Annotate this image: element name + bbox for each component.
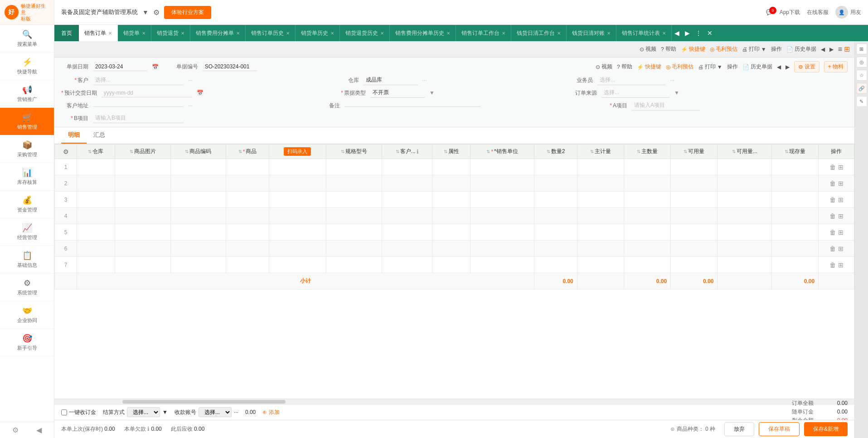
- col-available[interactable]: ⇅可用量: [671, 144, 718, 159]
- col-attribute[interactable]: ⇅属性: [432, 144, 470, 159]
- tab-close-icon[interactable]: ✕: [236, 31, 240, 36]
- horizontal-scrollbar[interactable]: [54, 399, 854, 404]
- col-customer[interactable]: ⇅客户...ℹ: [382, 144, 432, 159]
- sidebar-item-management[interactable]: 📈 经营管理: [0, 218, 54, 246]
- header-settings-icon[interactable]: ⚙: [153, 8, 160, 17]
- tab-sales-fee[interactable]: 销售费用分摊单 ✕: [190, 25, 246, 41]
- address-more-icon[interactable]: ···: [188, 102, 193, 109]
- customer-more-icon[interactable]: ···: [188, 77, 193, 83]
- order-source-input[interactable]: 选择...: [601, 88, 669, 98]
- sidebar-item-sales[interactable]: 🛒 销售管理: [0, 108, 54, 135]
- tab-close-icon[interactable]: ✕: [502, 31, 505, 36]
- video-btn[interactable]: ⊙ 视频: [640, 45, 656, 53]
- sidebar-item-finance[interactable]: 💰 资金管理: [0, 191, 54, 218]
- settings-btn[interactable]: ⚙ 设置: [794, 61, 820, 72]
- col-qty2[interactable]: ⇅数量2: [534, 144, 577, 159]
- save-draft-button[interactable]: 保存草稿: [759, 422, 800, 436]
- col-available2[interactable]: ⇅可用量...: [718, 144, 772, 159]
- note-input[interactable]: [344, 105, 480, 107]
- copy-icon[interactable]: ⊞: [838, 180, 844, 187]
- profit-btn[interactable]: ◎ 毛利预估: [710, 45, 737, 53]
- col-product[interactable]: ⇅*商品: [226, 144, 269, 159]
- tab-close-icon[interactable]: ✕: [662, 31, 666, 36]
- panel-btn-1[interactable]: ⊞: [856, 43, 867, 54]
- settle-select[interactable]: 选择...: [127, 407, 160, 417]
- tab-sales-goods[interactable]: 销货单 ✕: [118, 25, 151, 41]
- scan-button[interactable]: 扫码录入: [284, 147, 311, 156]
- panel-btn-5[interactable]: ✎: [856, 96, 867, 107]
- shortcuts-btn[interactable]: ⚡ 快捷键: [681, 45, 705, 53]
- sidebar-item-quick-nav[interactable]: ⚡ 快捷导航: [0, 53, 54, 80]
- customer-address-input[interactable]: [93, 105, 184, 107]
- copy-icon[interactable]: ⊞: [838, 164, 844, 171]
- profit-btn2[interactable]: ◎ 毛利预估: [666, 63, 693, 71]
- discard-button[interactable]: 放弃: [724, 422, 754, 436]
- delivery-calendar-icon[interactable]: 📅: [197, 90, 204, 96]
- sidebar-item-inventory[interactable]: 📊 库存核算: [0, 163, 54, 191]
- calendar-icon[interactable]: 📅: [152, 64, 159, 70]
- print-btn2[interactable]: 🖨 打印 ▼: [698, 63, 723, 71]
- copy-icon[interactable]: ⊞: [838, 196, 844, 203]
- col-current-stock[interactable]: ⇅现存量: [772, 144, 819, 159]
- view-btn2[interactable]: ⊙ 视频: [596, 63, 612, 71]
- warehouse-value[interactable]: 成品库: [364, 75, 418, 85]
- tab-cash-workbench[interactable]: 钱货日清工作台 ✕: [511, 25, 567, 41]
- col-product-image[interactable]: ⇅商品图片: [115, 144, 170, 159]
- col-settings[interactable]: ⚙: [55, 144, 77, 159]
- b-project-input[interactable]: 请输入B项目: [93, 113, 184, 123]
- row-1-product[interactable]: [226, 159, 269, 175]
- order-source-dropdown-icon[interactable]: ▼: [674, 90, 679, 96]
- solution-button[interactable]: 体验行业方案: [164, 6, 211, 19]
- system-dropdown-icon[interactable]: ▼: [142, 9, 149, 16]
- invoice-type-value[interactable]: 不开票: [370, 88, 425, 98]
- a-project-input[interactable]: 请输入A项目: [632, 101, 700, 111]
- tab-close-icon[interactable]: ✕: [142, 31, 145, 36]
- tab-next-btn[interactable]: ▶: [682, 29, 693, 37]
- receipt-more-icon[interactable]: ···: [234, 409, 238, 415]
- tab-goods-history[interactable]: 销货单历史 ✕: [296, 25, 340, 41]
- sidebar-item-search[interactable]: 🔍 搜索菜单: [0, 25, 54, 53]
- tab-close-icon[interactable]: ✕: [380, 31, 384, 36]
- tab-close-all-btn[interactable]: ✕: [704, 29, 715, 37]
- salesperson-input[interactable]: 选择...: [597, 75, 665, 85]
- date-value[interactable]: 2023-03-24: [93, 63, 147, 71]
- order-no-value[interactable]: SO-20230324-001: [203, 63, 257, 71]
- panel-btn-3[interactable]: ☆: [856, 70, 867, 81]
- add-payment-btn[interactable]: ⊕ 添加: [262, 409, 279, 416]
- one-click-checkbox[interactable]: 一键收订金: [61, 409, 96, 416]
- tab-close-icon[interactable]: ✕: [108, 31, 112, 36]
- settings-bottom-icon[interactable]: ⚙: [12, 426, 19, 434]
- tab-fee-history[interactable]: 销售费用分摊单历史 ✕: [390, 25, 456, 41]
- save-new-button[interactable]: 保存&新增: [804, 422, 848, 436]
- row-1-code[interactable]: [170, 159, 226, 175]
- tab-close-icon[interactable]: ✕: [557, 31, 561, 36]
- tab-return-history[interactable]: 销货退货历史 ✕: [340, 25, 390, 41]
- history-btn[interactable]: 📄 历史单据: [786, 45, 816, 53]
- tab-detail[interactable]: 明细: [61, 127, 87, 144]
- col-product-code[interactable]: ⇅商品编码: [170, 144, 226, 159]
- tab-summary[interactable]: 汇总: [87, 127, 112, 144]
- row-1-main-qty[interactable]: [624, 159, 671, 175]
- row-1-unit[interactable]: [470, 159, 534, 175]
- collapse-icon[interactable]: ◀: [36, 426, 42, 434]
- delete-icon[interactable]: 🗑: [829, 196, 836, 203]
- tab-cash-reconcile[interactable]: 钱货日清对账 ✕: [567, 25, 616, 41]
- col-sales-unit[interactable]: ⇅**销售单位: [470, 144, 534, 159]
- notification-area[interactable]: 💬 9: [766, 9, 773, 15]
- col-main-unit[interactable]: ⇅主计量: [577, 144, 624, 159]
- tab-close-icon[interactable]: ✕: [181, 31, 184, 36]
- row-1-customer[interactable]: [382, 159, 432, 175]
- row-1-warehouse[interactable]: [77, 159, 115, 175]
- delete-icon[interactable]: 🗑: [829, 212, 836, 220]
- nav-prev-btn[interactable]: ◀: [777, 64, 781, 70]
- delete-icon[interactable]: 🗑: [829, 261, 836, 269]
- tab-close-icon[interactable]: ✕: [607, 31, 611, 36]
- col-scan[interactable]: 扫码录入: [269, 144, 326, 159]
- panel-btn-4[interactable]: 🔗: [856, 83, 867, 94]
- warehouse-more-icon[interactable]: ···: [422, 77, 427, 83]
- online-service-link[interactable]: 在线客服: [807, 9, 829, 16]
- list-view-btn[interactable]: ≡: [838, 45, 842, 53]
- row-1-spec[interactable]: [326, 159, 382, 175]
- copy-icon[interactable]: ⊞: [838, 245, 844, 252]
- col-warehouse[interactable]: ⇅仓库: [77, 144, 115, 159]
